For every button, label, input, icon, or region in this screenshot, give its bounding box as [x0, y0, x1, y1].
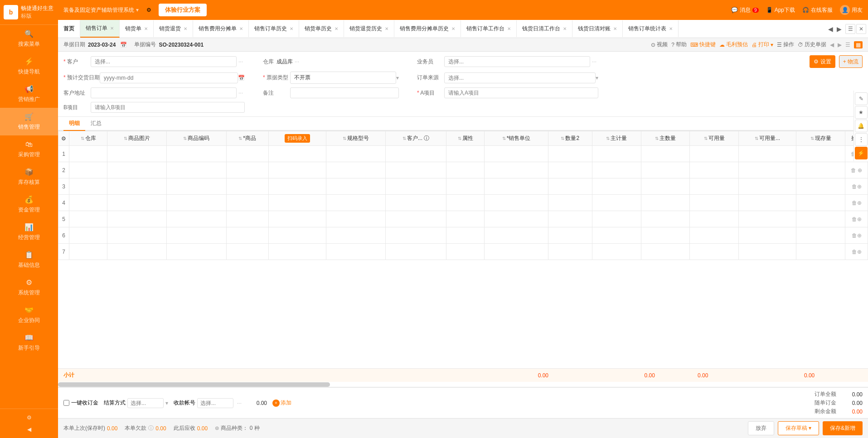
row-3-warehouse[interactable]: [69, 178, 107, 195]
row-5-mainunit[interactable]: [592, 211, 641, 227]
row-7-mainqty[interactable]: [641, 244, 690, 260]
row-1-attr[interactable]: [446, 146, 485, 162]
tab-close-order-history[interactable]: ✕: [290, 26, 293, 31]
row-2-warehouse[interactable]: [69, 162, 107, 178]
tab-sales-order[interactable]: 销售订单 ✕: [80, 20, 120, 38]
layout-list-icon[interactable]: ☰: [845, 42, 850, 48]
current-debt-icon[interactable]: ⓘ: [148, 424, 154, 432]
th-sales-unit[interactable]: ⇅ *销售单位: [485, 131, 548, 146]
row-3-custcode[interactable]: [386, 178, 446, 195]
profit-preview-btn[interactable]: ☁ 毛利预估: [719, 41, 748, 48]
row-7-unit[interactable]: [485, 244, 548, 260]
row-5-custcode[interactable]: [386, 211, 446, 227]
row-1-code[interactable]: [167, 146, 226, 162]
address-input[interactable]: [91, 87, 237, 98]
right-action-5[interactable]: ⚡: [855, 147, 868, 159]
row-5-copy-icon[interactable]: ⊕: [857, 216, 862, 222]
nav-next-icon[interactable]: ▶: [838, 42, 842, 48]
tab-cash-reconcile[interactable]: 钱货日清对账 ✕: [572, 20, 623, 37]
th-qty2[interactable]: ⇅ 数量2: [548, 131, 592, 146]
row-6-attr[interactable]: [446, 227, 485, 244]
row-6-warehouse[interactable]: [69, 227, 107, 244]
row-6-spec[interactable]: [326, 227, 386, 244]
payment-dropdown-icon[interactable]: ▾: [165, 400, 168, 406]
sidebar-settings-btn[interactable]: ⚙: [25, 413, 34, 423]
th-spec[interactable]: ⇅ 规格型号: [326, 131, 386, 146]
address-dots[interactable]: ···: [237, 90, 245, 96]
row-7-spec[interactable]: [326, 244, 386, 260]
discard-btn[interactable]: 放弃: [748, 421, 774, 435]
tab-close-return-history[interactable]: ✕: [385, 26, 388, 31]
add-payment-btn[interactable]: + 添加: [272, 399, 291, 407]
layout-grid-icon[interactable]: ▦: [854, 41, 863, 48]
sidebar-item-quicknav[interactable]: ⚡ 快捷导航: [0, 53, 58, 80]
row-3-image[interactable]: [107, 178, 167, 195]
row-2-mainqty[interactable]: [641, 162, 690, 178]
remark-input[interactable]: [290, 87, 399, 98]
sidebar-collapse-btn[interactable]: ◀: [25, 424, 33, 434]
th-stock[interactable]: ⇅ 现存量: [796, 131, 845, 146]
row-3-mainunit[interactable]: [592, 178, 641, 195]
row-2-mainunit[interactable]: [592, 162, 641, 178]
tab-close-cash-reconcile[interactable]: ✕: [613, 26, 617, 31]
row-1-mainqty[interactable]: [641, 146, 690, 162]
delivery-input[interactable]: [100, 72, 238, 83]
tab-home[interactable]: 首页: [58, 20, 80, 37]
tab-next-btn[interactable]: ▶: [835, 24, 844, 34]
right-action-2[interactable]: ★: [855, 106, 868, 119]
sidebar-item-search[interactable]: 🔍 搜索菜单: [0, 25, 58, 53]
th-settings[interactable]: ⚙: [58, 131, 69, 146]
row-4-qty2[interactable]: [548, 195, 592, 211]
row-7-custcode[interactable]: [386, 244, 446, 260]
row-3-mainqty[interactable]: [641, 178, 690, 195]
row-6-code[interactable]: [167, 227, 226, 244]
staff-dots[interactable]: ···: [590, 58, 598, 65]
row-6-product[interactable]: [226, 227, 268, 244]
tab-sales-bill[interactable]: 销货单 ✕: [120, 20, 154, 37]
row-2-code[interactable]: [167, 162, 226, 178]
tab-close-bill-history[interactable]: ✕: [335, 26, 338, 31]
help-btn[interactable]: ? 帮助: [671, 41, 687, 48]
th-product[interactable]: ⇅ *商品: [226, 131, 268, 146]
tab-list-icon[interactable]: ☰: [845, 24, 855, 34]
row-3-spec[interactable]: [326, 178, 386, 195]
row-5-attr[interactable]: [446, 211, 485, 227]
row-6-mainqty[interactable]: [641, 227, 690, 244]
row-1-custcode[interactable]: [386, 146, 446, 162]
invoice-dropdown-icon[interactable]: ▾: [396, 75, 399, 81]
row-5-qty2[interactable]: [548, 211, 592, 227]
table-horizontal-scrollbar[interactable]: [58, 382, 868, 387]
row-4-unit[interactable]: [485, 195, 548, 211]
row-5-delete-icon[interactable]: 🗑: [852, 216, 857, 222]
row-2-delete-icon[interactable]: 🗑: [851, 167, 856, 173]
row-5-image[interactable]: [107, 211, 167, 227]
tab-order-history[interactable]: 销售订单历史 ✕: [249, 20, 299, 37]
user-menu-btn[interactable]: 👤 用友: [840, 5, 863, 15]
row-1-spec[interactable]: [326, 146, 386, 162]
row-7-warehouse[interactable]: [69, 244, 107, 260]
tab-prev-btn[interactable]: ◀: [826, 24, 835, 34]
detail-tab-summary[interactable]: 汇总: [85, 117, 107, 130]
tab-close-expense-split[interactable]: ✕: [239, 26, 243, 31]
system-dropdown-icon[interactable]: ▾: [136, 7, 139, 13]
row-2-attr[interactable]: [446, 162, 485, 178]
th-available2[interactable]: ⇅ 可用量...: [738, 131, 796, 146]
tab-return-history[interactable]: 销货退货历史 ✕: [344, 20, 394, 37]
row-4-product[interactable]: [226, 195, 268, 211]
customer-dots[interactable]: ···: [237, 58, 245, 65]
payment-method-input[interactable]: [127, 398, 164, 408]
row-6-mainunit[interactable]: [592, 227, 641, 244]
right-action-4[interactable]: ⋮: [855, 133, 868, 146]
sidebar-item-basic-info[interactable]: 📋 基础信息: [0, 246, 58, 274]
th-product-code[interactable]: ⇅ 商品编码: [167, 131, 226, 146]
history-btn[interactable]: ⏱ 历史单据: [798, 41, 826, 48]
topbar-settings-icon[interactable]: ⚙: [143, 5, 154, 15]
row-2-product[interactable]: [226, 162, 268, 178]
order-source-dropdown-icon[interactable]: ▾: [596, 75, 598, 81]
delivery-calendar-icon[interactable]: 📅: [238, 75, 245, 81]
row-6-unit[interactable]: [485, 227, 548, 244]
row-1-unit[interactable]: [485, 146, 548, 162]
logistics-btn[interactable]: + 物流: [839, 55, 863, 68]
save-new-btn[interactable]: 保存&新增: [823, 421, 863, 435]
tab-close-stats[interactable]: ✕: [669, 26, 673, 31]
